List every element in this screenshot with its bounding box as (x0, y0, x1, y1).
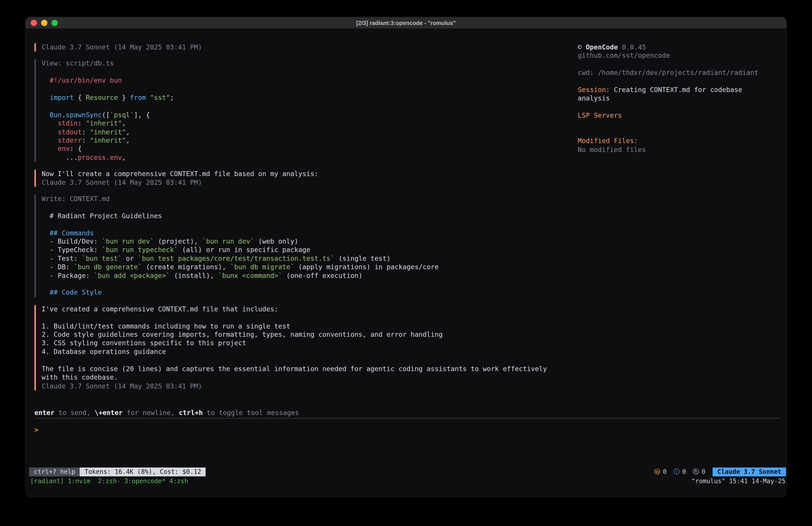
terminal-line (42, 356, 576, 365)
assistant-message-block: I've created a comprehensive CONTEXT.md … (34, 305, 576, 390)
terminal-line: ## Commands (42, 229, 576, 237)
terminal-window: [2/3] radiant:3:opencode - "romulus" Cla… (25, 17, 786, 497)
terminal-line: Claude 3.7 Sonnet (14 May 2025 03:41 PM) (42, 178, 576, 187)
input-separator (34, 418, 779, 418)
terminal-line: 1. Build/lint/test commands including ho… (42, 322, 576, 330)
opencode-logo: ©OpenCode0.0.45 (578, 43, 761, 52)
diagnostic-blue: ⓘ0 (673, 468, 686, 477)
terminal-line: View: script/db.ts (42, 59, 576, 68)
session-info: Session: Creating CONTEXT.md for codebas… (578, 86, 761, 103)
titlebar[interactable]: [2/3] radiant:3:opencode - "romulus" (25, 17, 786, 29)
assistant-message-block: Now I'll create a comprehensive CONTEXT.… (34, 170, 576, 187)
model-badge[interactable]: Claude 3.7 Sonnet (713, 468, 786, 477)
keybinding-help-line: enter to send, \+enter for newline, ctrl… (34, 409, 299, 417)
diagnostic-orange: Ⓦ0 (654, 468, 667, 477)
terminal-line: ...process.env, (42, 154, 576, 162)
terminal-line: - Test: `bun test` or `bun test packages… (42, 255, 576, 263)
terminal-line: Claude 3.7 Sonnet (14 May 2025 03:41 PM) (42, 382, 576, 390)
status-bar: ctrl+? help Tokens: 16.4K (8%), Cost: $0… (29, 468, 786, 477)
help-badge[interactable]: ctrl+? help (29, 468, 80, 477)
diagnostic-fg: ⓗ0 (693, 468, 706, 477)
terminal-line (42, 221, 576, 229)
app-name: OpenCode (586, 43, 618, 51)
terminal-line: env: { (42, 145, 576, 153)
terminal-line: - TypeCheck: `bun run typecheck` (all) o… (42, 246, 576, 255)
terminal-line (42, 102, 576, 111)
terminal-line: import { Resource } from "sst"; (42, 94, 576, 102)
terminal-line (42, 314, 576, 322)
tool-output-block: View: script/db.ts #!/usr/bin/env bun im… (34, 59, 576, 162)
cwd-path: cwd: /home/thdxr/dev/projects/radiant/ra… (578, 69, 761, 77)
prompt-input[interactable]: > (34, 426, 779, 435)
terminal-content: Claude 3.7 Sonnet (14 May 2025 03:41 PM)… (25, 29, 786, 497)
tmux-session-info: "romulus" 15:41 14-May-25 (692, 477, 785, 485)
session-label: Session: (578, 86, 610, 94)
diagnostic-icon: ⓘ (673, 468, 680, 477)
tmux-window-list[interactable]: [radiant] 1:nvim 2:zsh- 3:opencode* 4:zs… (30, 477, 188, 485)
terminal-line: Bun.spawnSync([`psql`], { (42, 111, 576, 119)
terminal-line: 4. Database operations guidance (42, 348, 576, 356)
terminal-line: 2. Code style guidelines covering import… (42, 330, 576, 339)
assistant-message-block: Claude 3.7 Sonnet (14 May 2025 03:41 PM) (34, 43, 576, 52)
terminal-line: I've created a comprehensive CONTEXT.md … (42, 305, 576, 314)
terminal-line (42, 280, 576, 289)
app-version: 0.0.45 (622, 43, 646, 51)
terminal-line: with this codebase. (42, 373, 576, 382)
terminal-line: - Package: `bun add <package>` (install)… (42, 272, 576, 280)
diagnostics-counters: Ⓦ0ⓘ0ⓗ0 (654, 468, 706, 477)
terminal-line: ## Code Style (42, 289, 576, 297)
terminal-line: stdin: "inherit", (42, 119, 576, 128)
terminal-line: Write: CONTEXT.md (42, 195, 576, 203)
terminal-line: Now I'll create a comprehensive CONTEXT.… (42, 170, 576, 178)
terminal-line: 3. CSS styling conventions specific to t… (42, 339, 576, 348)
terminal-line (42, 85, 576, 94)
tokens-cost-badge: Tokens: 16.4K (8%), Cost: $0.12 (80, 468, 206, 477)
diagnostic-count: 0 (663, 468, 667, 477)
diagnostic-icon: Ⓦ (654, 468, 660, 477)
tmux-status-bar: [radiant] 1:nvim 2:zsh- 3:opencode* 4:zs… (30, 477, 785, 485)
window-title: [2/3] radiant:3:opencode - "romulus" (25, 17, 786, 28)
terminal-line (42, 203, 576, 212)
diagnostic-count: 0 (682, 468, 686, 477)
repo-url: github.com/sst/opencode (578, 52, 761, 60)
diagnostic-icon: ⓗ (693, 468, 699, 477)
terminal-line (42, 68, 576, 77)
terminal-line: - Build/Dev: `bun run dev` (project), `b… (42, 237, 576, 246)
terminal-line: stderr: "inherit", (42, 137, 576, 145)
modified-files-empty: No modified files (578, 146, 761, 154)
terminal-line: - DB: `bun db generate` (create migratio… (42, 263, 576, 271)
terminal-line: enter to send, \+enter for newline, ctrl… (34, 409, 299, 417)
terminal-line: The file is concise (20 lines) and captu… (42, 365, 576, 373)
modified-files-label: Modified Files: (578, 137, 761, 145)
copyright-icon: © (578, 43, 582, 51)
terminal-line: Claude 3.7 Sonnet (14 May 2025 03:41 PM) (42, 43, 576, 52)
terminal-line: stdout: "inherit", (42, 128, 576, 137)
prompt-symbol: > (34, 426, 38, 434)
terminal-line: #!/usr/bin/env bun (42, 77, 576, 85)
desktop: [2/3] radiant:3:opencode - "romulus" Cla… (0, 0, 812, 526)
diagnostic-count: 0 (702, 468, 706, 477)
chat-log: Claude 3.7 Sonnet (14 May 2025 03:41 PM)… (34, 43, 576, 398)
tool-output-block: Write: CONTEXT.md # Radiant Project Guid… (34, 195, 576, 297)
terminal-line: # Radiant Project Guidelines (42, 212, 576, 220)
lsp-servers-label: LSP Servers (578, 111, 761, 120)
sidebar: ©OpenCode0.0.45 github.com/sst/opencode … (578, 43, 761, 154)
